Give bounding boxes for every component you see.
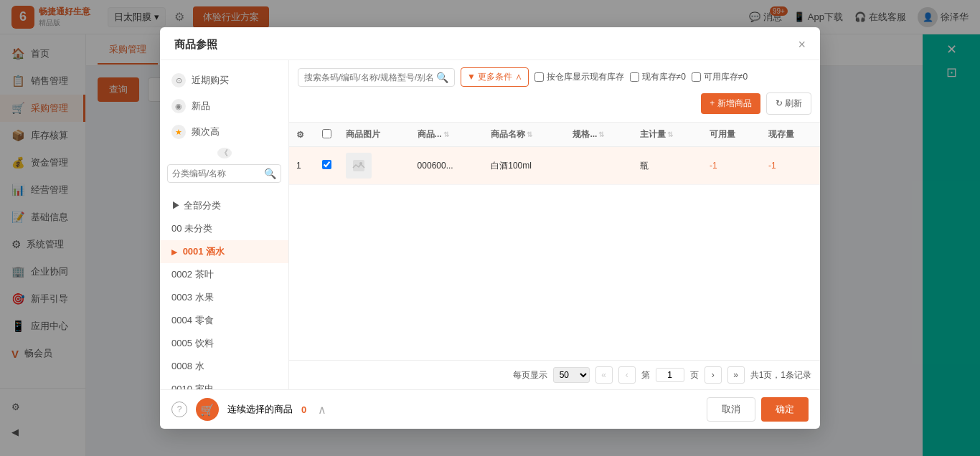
category-search-box[interactable]: 🔍 [167, 164, 281, 183]
cell-spec [565, 147, 633, 185]
th-code-label: 商品... [418, 129, 442, 139]
th-settings[interactable]: ⚙ [289, 123, 315, 147]
next-page-button[interactable]: › [705, 366, 722, 384]
continuous-select-label: 连续选择的商品 [227, 403, 293, 416]
cell-checkbox[interactable] [315, 147, 339, 185]
table-header: ⚙ 商品图片 商品...⇅ 商品名称⇅ 规格...⇅ 主计量⇅ 可用量 现存量 [289, 123, 820, 147]
category-search-input[interactable] [172, 168, 261, 179]
th-code[interactable]: 商品...⇅ [410, 123, 484, 147]
product-search-input[interactable] [304, 72, 433, 82]
dialog-title: 商品参照 [174, 38, 217, 52]
cat-code-1: 00 [171, 223, 182, 234]
cat-name-7: 水 [195, 361, 204, 371]
cat-name-4: 水果 [195, 292, 214, 303]
cat-code-8: 0010 [171, 384, 192, 389]
th-checkbox[interactable] [315, 123, 339, 147]
product-thumbnail [346, 153, 372, 179]
page-suffix: 页 [690, 369, 699, 381]
product-reference-dialog: 商品参照 × ⊙ 近期购买 ◉ 新品 ★ 频次高 《 [160, 27, 820, 429]
cell-unit: 瓶 [633, 147, 702, 185]
th-name-label: 商品名称 [491, 129, 525, 139]
current-stock-checkbox[interactable] [630, 72, 639, 82]
th-spec[interactable]: 规格...⇅ [565, 123, 633, 147]
product-table: ⚙ 商品图片 商品...⇅ 商品名称⇅ 规格...⇅ 主计量⇅ 可用量 现存量 [289, 123, 820, 185]
cat-code-4: 0003 [171, 292, 192, 303]
cat-code-3: 0002 [171, 269, 192, 280]
cart-count: 0 [301, 404, 306, 415]
category-liquor[interactable]: ▶ 0001 酒水 [160, 240, 288, 263]
category-tea[interactable]: 0002 茶叶 [160, 263, 288, 286]
category-beverage[interactable]: 0005 饮料 [160, 332, 288, 355]
cat-name-1: 未分类 [184, 223, 212, 234]
svg-point-1 [359, 162, 362, 165]
cancel-button[interactable]: 取消 [707, 397, 755, 422]
new-label: 新品 [192, 100, 210, 113]
category-appliance[interactable]: 0010 家电 [160, 378, 288, 389]
row-checkbox[interactable] [322, 160, 331, 169]
new-product-item[interactable]: ◉ 新品 [160, 93, 288, 119]
th-image: 商品图片 [339, 123, 410, 147]
more-filter-button[interactable]: ▼ 更多条件 ∧ [461, 67, 529, 87]
th-name[interactable]: 商品名称⇅ [484, 123, 565, 147]
page-size-select[interactable]: 10 20 50 100 [553, 367, 590, 383]
help-icon[interactable]: ? [171, 402, 187, 417]
dialog-left-panel: ⊙ 近期购买 ◉ 新品 ★ 频次高 《 🔍 ▶ [160, 60, 289, 389]
cart-icon: 🛒 [200, 403, 215, 417]
dialog-close-button[interactable]: × [798, 37, 806, 52]
cart-button[interactable]: 🛒 [196, 398, 219, 421]
th-spec-label: 规格... [573, 129, 597, 139]
collapse-btn[interactable]: 《 [217, 148, 232, 158]
warehouse-stock-label: 按仓库显示现有库存 [547, 71, 624, 83]
category-unclassified[interactable]: 00 未分类 [160, 217, 288, 240]
product-search-box[interactable]: 🔍 [298, 68, 455, 87]
cat-name-6: 饮料 [195, 338, 214, 348]
pagination: 每页显示 10 20 50 100 « ‹ 第 页 › » 共1页，1条记录 [289, 360, 820, 389]
category-all[interactable]: ▶ 全部分类 [160, 194, 288, 217]
confirm-button[interactable]: 确定 [761, 397, 809, 422]
cat-code-5: 0004 [171, 315, 192, 326]
select-all-checkbox[interactable] [322, 129, 331, 138]
th-unit[interactable]: 主计量⇅ [633, 123, 702, 147]
product-search-icon[interactable]: 🔍 [436, 72, 448, 83]
cat-name-8: 家电 [195, 384, 214, 389]
sort-icon-unit: ⇅ [667, 130, 673, 138]
category-all-label: 全部分类 [184, 200, 221, 211]
available-stock-checkbox[interactable] [692, 72, 701, 82]
available-stock-label: 可用库存≠0 [704, 71, 748, 83]
cat-code-6: 0005 [171, 338, 192, 348]
warehouse-stock-checkbox-label[interactable]: 按仓库显示现有库存 [534, 71, 624, 83]
total-info: 共1页，1条记录 [750, 369, 811, 381]
first-page-button[interactable]: « [595, 366, 613, 384]
warehouse-stock-checkbox[interactable] [534, 72, 544, 82]
prev-page-button[interactable]: ‹ [618, 366, 636, 384]
current-stock-checkbox-label[interactable]: 现有库存≠0 [630, 71, 686, 83]
recent-purchase-item[interactable]: ⊙ 近期购买 [160, 67, 288, 93]
category-fruit[interactable]: 0003 水果 [160, 286, 288, 309]
dialog-overlay: 商品参照 × ⊙ 近期购买 ◉ 新品 ★ 频次高 《 [0, 0, 980, 456]
th-stock: 现存量 [761, 123, 820, 147]
dialog-right-panel: 🔍 ▼ 更多条件 ∧ 按仓库显示现有库存 现有库存≠0 可用库存≠0 [289, 60, 820, 389]
cell-name: 白酒100ml [484, 147, 565, 185]
cat-code-7: 0008 [171, 361, 192, 371]
refresh-button[interactable]: ↻ 刷新 [766, 92, 811, 115]
available-stock-checkbox-label[interactable]: 可用库存≠0 [692, 71, 748, 83]
category-snack[interactable]: 0004 零食 [160, 309, 288, 332]
expand-arrow: ▶ [171, 200, 184, 211]
cart-collapse-icon[interactable]: ∧ [318, 403, 326, 417]
frequent-label: 频次高 [192, 125, 220, 138]
image-placeholder-icon [352, 159, 365, 172]
table-body: 1 [289, 147, 820, 185]
frequent-item[interactable]: ★ 频次高 [160, 119, 288, 145]
category-water[interactable]: 0008 水 [160, 355, 288, 378]
th-unit-label: 主计量 [640, 129, 666, 139]
add-product-button[interactable]: + 新增商品 [701, 93, 760, 114]
footer-actions: 取消 确定 [707, 397, 809, 422]
page-number-input[interactable] [656, 368, 684, 382]
dialog-footer: ? 🛒 连续选择的商品 0 ∧ 取消 确定 [160, 389, 820, 429]
last-page-button[interactable]: » [727, 366, 745, 384]
table-row[interactable]: 1 [289, 147, 820, 185]
category-search-icon[interactable]: 🔍 [264, 168, 276, 179]
dialog-toolbar: 🔍 ▼ 更多条件 ∧ 按仓库显示现有库存 现有库存≠0 可用库存≠0 [289, 60, 820, 123]
header-row: ⚙ 商品图片 商品...⇅ 商品名称⇅ 规格...⇅ 主计量⇅ 可用量 现存量 [289, 123, 820, 147]
th-available: 可用量 [702, 123, 761, 147]
